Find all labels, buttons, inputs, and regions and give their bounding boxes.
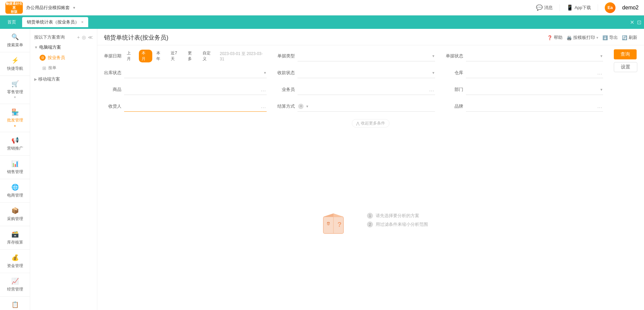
filter-salesman-input[interactable]	[298, 84, 428, 95]
retail-expand-icon: ▾	[14, 95, 16, 100]
status-down-icon[interactable]: ▾	[600, 54, 603, 58]
goods-dots-icon[interactable]: …	[260, 87, 267, 93]
tab-home-label: 首页	[7, 19, 16, 25]
date-tab-custom[interactable]: 自定义	[200, 50, 217, 62]
payment-clear-icon[interactable]: ×	[298, 104, 304, 109]
sidebar-item-inventory[interactable]: 🗃️ 库存核算	[0, 226, 30, 250]
step-2-text: 用过滤条件来缩小分析范围	[376, 221, 428, 227]
department-down-icon[interactable]: ▾	[600, 87, 603, 92]
header-left: 畅捷通好生意 标版 办公用品行业模拟账套 ▾	[5, 2, 75, 14]
nav-icon: ⚡	[11, 56, 19, 65]
filter-brand-control[interactable]: …	[466, 101, 603, 112]
avatar[interactable]: Ea	[605, 2, 615, 13]
warehouse-dots-icon[interactable]: …	[596, 70, 603, 76]
empty-content: ? 1 请先选择要分析的方案 2 用过滤条件来缩小分析范围	[313, 203, 428, 237]
tab-close-icon[interactable]: ×	[81, 20, 84, 24]
tab-active[interactable]: 销货单统计表（按业务员） ×	[22, 17, 88, 27]
svg-text:?: ?	[337, 221, 341, 228]
brand-dots-icon[interactable]: …	[596, 103, 603, 109]
date-tab-more[interactable]: 更多	[185, 50, 199, 62]
plan-item-salesman[interactable]: 业 按业务员	[30, 52, 97, 63]
export-label: 导出	[609, 35, 618, 41]
sidebar-nav-label: 快捷导航	[7, 66, 23, 71]
sidebar-marketing-label: 营销推广	[7, 146, 23, 151]
filter-department-input[interactable]	[466, 84, 600, 95]
sidebar-item-ecom[interactable]: 🌐 电商管理	[0, 179, 30, 203]
logo-tagline: 标版	[11, 10, 17, 14]
out-status-down-icon[interactable]: ▾	[263, 70, 267, 75]
filter-type-input[interactable]	[298, 51, 431, 61]
sidebar-item-ops[interactable]: 📈 经营管理	[0, 273, 30, 297]
collapse-panel-icon[interactable]: ≪	[88, 35, 93, 40]
filter-department-control[interactable]: ▾	[466, 84, 603, 95]
sales-icon: 📊	[11, 160, 19, 168]
salesman-dots-icon[interactable]: …	[428, 87, 435, 93]
collect-down-icon[interactable]: ▾	[432, 70, 435, 75]
refresh-icon: 🔄	[622, 35, 627, 40]
window-expand-icon[interactable]: ⊡	[637, 19, 641, 25]
inventory-icon: 🗃️	[11, 230, 19, 239]
filter-status-control[interactable]: ▾	[466, 51, 603, 61]
plan-item-by-order[interactable]: ⊞ 按单	[30, 63, 97, 73]
filter-type-control[interactable]: ▾	[298, 51, 435, 61]
payment-down-icon[interactable]: ▾	[306, 104, 309, 109]
sidebar-item-nav[interactable]: ⚡ 快捷导航	[0, 52, 30, 76]
type-down-icon[interactable]: ▾	[432, 54, 435, 58]
sidebar-item-finance[interactable]: 💰 资金管理	[0, 250, 30, 273]
collapse-button[interactable]: ⋀ 收起更多条件	[352, 119, 389, 127]
company-dropdown-icon[interactable]: ▾	[73, 5, 75, 10]
help-button[interactable]: ❓ 帮助	[547, 35, 562, 41]
sidebar-item-wholesale[interactable]: 🏪 批发管理 ▴	[0, 104, 30, 132]
sidebar-item-search[interactable]: 🔍 搜索菜单	[0, 29, 30, 52]
sidebar-item-sales[interactable]: 📊 销售管理	[0, 156, 30, 179]
app-download-button[interactable]: 📱 App下载	[567, 4, 591, 11]
page-content: 按以下方案查询 + ◎ ≪ ▼ 电脑端方案 业 按业务员 ⊞ 按	[30, 29, 644, 310]
filter-salesman-control[interactable]: …	[298, 84, 435, 95]
filter-collect-status-input[interactable]	[298, 67, 431, 78]
pc-group-label[interactable]: ▼ 电脑端方案	[30, 42, 97, 52]
template-print-button[interactable]: 🖨️ 按模板打印 ▾	[567, 35, 598, 41]
filter-status-input[interactable]	[466, 51, 600, 61]
filter-warehouse-input[interactable]	[466, 67, 596, 78]
filter-collect-status-control[interactable]: ▾	[298, 67, 435, 78]
filter-warehouse-control[interactable]: …	[466, 67, 603, 78]
filter-out-status-control[interactable]: ▾	[124, 67, 267, 78]
date-tab-7days[interactable]: 近7天	[168, 50, 183, 62]
sidebar-item-retail[interactable]: 🛒 零售管理 ▾	[0, 76, 30, 104]
filter-date-item: 单据日期 上月 本月 本年 近7天 更多 自定义	[104, 49, 272, 63]
tab-home[interactable]: 首页	[3, 17, 21, 27]
window-close-icon[interactable]: ✕	[630, 19, 634, 25]
refresh-button[interactable]: 🔄 刷新	[622, 35, 637, 41]
sidebar-item-basic[interactable]: 📋 基础信息	[0, 297, 30, 310]
filter-receiver-control[interactable]: …	[124, 101, 267, 112]
filter-receiver-input[interactable]	[124, 101, 260, 111]
sidebar-purchase-label: 采购管理	[7, 216, 23, 222]
filter-brand-input[interactable]	[466, 101, 596, 111]
filter-status-label: 单据状态	[446, 53, 463, 59]
filter-payment-control[interactable]: × ▾	[298, 101, 435, 112]
sidebar-item-marketing[interactable]: 📢 营销推广	[0, 132, 30, 156]
add-plan-icon[interactable]: +	[77, 35, 80, 40]
message-button[interactable]: 💬 消息	[536, 4, 553, 11]
filter-out-status-input[interactable]	[124, 67, 263, 78]
receiver-dots-icon[interactable]: …	[260, 103, 267, 109]
query-button[interactable]: 查询	[614, 49, 637, 59]
logo-text: 畅捷通好生意	[5, 2, 23, 10]
retail-icon: 🛒	[11, 80, 19, 88]
date-tab-this-month[interactable]: 本月	[139, 50, 152, 62]
mobile-group[interactable]: ▶ 移动端方案	[30, 74, 97, 84]
filter-goods-control[interactable]: …	[124, 84, 267, 95]
date-tab-last-month[interactable]: 上月	[124, 50, 138, 62]
reset-button[interactable]: 设置	[614, 62, 637, 72]
date-tab-this-year[interactable]: 本年	[154, 50, 167, 62]
plan-salesman-label: 按业务员	[48, 55, 65, 61]
settings-plan-icon[interactable]: ◎	[82, 35, 86, 40]
sidebar-item-purchase[interactable]: 📦 采购管理	[0, 203, 30, 226]
order-icon: ⊞	[42, 65, 46, 71]
export-button[interactable]: ⬇️ 导出	[602, 35, 618, 41]
filter-goods-input[interactable]	[124, 84, 260, 95]
filter-goods-label: 商品	[104, 87, 121, 93]
collapse-up-icon: ⋀	[356, 121, 360, 126]
sidebar-finance-label: 资金管理	[7, 263, 23, 269]
pc-group-text: 电脑端方案	[39, 44, 61, 50]
